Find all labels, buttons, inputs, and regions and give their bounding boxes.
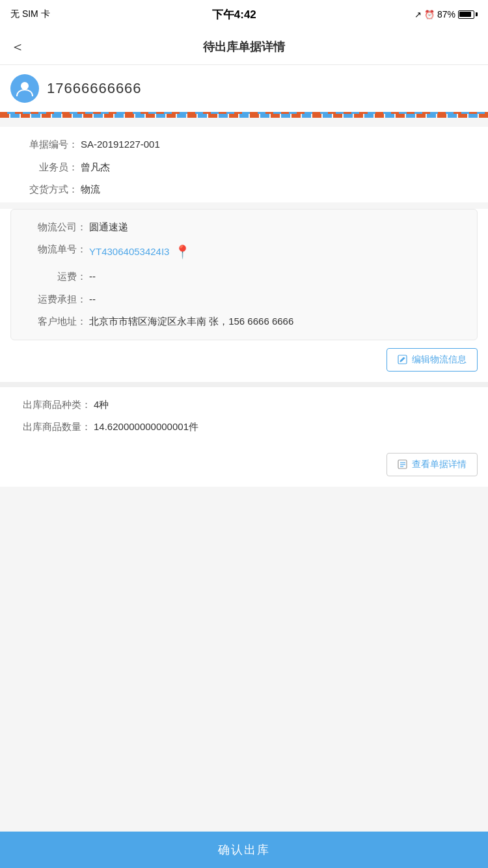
back-button[interactable]: ＜ — [5, 32, 30, 62]
battery-text: 87% — [437, 9, 455, 20]
view-details-button[interactable]: 查看单据详情 — [386, 453, 478, 476]
tracking-number-row: 物流单号： YT43064053424I3 📍 — [24, 242, 464, 262]
confirm-button[interactable]: 确认出库 — [0, 832, 488, 868]
salesman-row: 业务员： 曾凡杰 — [16, 160, 472, 175]
customer-avatar — [10, 74, 39, 103]
goods-types-value: 4种 — [94, 398, 472, 413]
freight-bearer-value: -- — [89, 292, 464, 307]
goods-quantity-row: 出库商品数量： 14.620000000000001件 — [16, 420, 472, 435]
status-time: 下午4:42 — [212, 7, 256, 22]
view-details-row: 查看单据详情 — [0, 445, 488, 487]
delivery-value: 物流 — [81, 182, 472, 197]
edit-icon — [398, 355, 408, 365]
battery-icon — [458, 10, 478, 19]
carrier-text: 无 SIM 卡 — [10, 8, 50, 20]
goods-types-label: 出库商品种类： — [16, 398, 94, 413]
delivery-row: 交货方式： 物流 — [16, 182, 472, 197]
freight-value: -- — [89, 269, 464, 284]
view-details-label: 查看单据详情 — [412, 459, 467, 470]
alarm-icon: ⏰ — [424, 10, 435, 20]
address-value: 北京市市辖区海淀区永丰南 张，156 6666 6666 — [89, 314, 464, 329]
status-right: ↗ ⏰ 87% — [414, 9, 478, 20]
goods-types-row: 出库商品种类： 4种 — [16, 398, 472, 413]
address-label: 客户地址： — [24, 314, 89, 329]
svg-point-0 — [21, 82, 29, 90]
freight-label: 运费： — [24, 269, 89, 284]
delivery-label: 交货方式： — [16, 182, 81, 197]
status-bar: 无 SIM 卡 下午4:42 ↗ ⏰ 87% — [0, 0, 488, 29]
list-icon — [398, 459, 408, 470]
gray-separator — [0, 382, 488, 387]
empty-area — [0, 487, 488, 617]
nav-bar: ＜ 待出库单据详情 — [0, 29, 488, 65]
status-left: 无 SIM 卡 — [10, 8, 54, 20]
logistics-company-row: 物流公司： 圆通速递 — [24, 220, 464, 235]
freight-row: 运费： -- — [24, 269, 464, 284]
customer-phone: 17666666666 — [47, 80, 142, 97]
tracking-value: YT43064053424I3 📍 — [89, 242, 464, 262]
edit-btn-row: 编辑物流信息 — [0, 340, 488, 382]
goods-quantity-label: 出库商品数量： — [16, 420, 94, 435]
confirm-btn-text: 确认出库 — [218, 842, 270, 858]
salesman-label: 业务员： — [16, 160, 81, 175]
dashed-divider — [0, 114, 488, 118]
location-icon: ↗ — [414, 10, 422, 20]
tracking-label: 物流单号： — [24, 242, 89, 257]
basic-info-section: 单据编号： SA-20191227-001 业务员： 曾凡杰 交货方式： 物流 — [0, 127, 488, 202]
nav-title: 待出库单据详情 — [203, 39, 285, 55]
location-pin-icon[interactable]: 📍 — [174, 242, 191, 262]
goods-quantity-value: 14.620000000000001件 — [94, 420, 472, 435]
salesman-value: 曾凡杰 — [81, 160, 472, 175]
logistics-company-value: 圆通速递 — [89, 220, 464, 235]
order-number-label: 单据编号： — [16, 137, 81, 152]
order-number-value: SA-20191227-001 — [81, 137, 472, 152]
logistics-wrapper: 物流公司： 圆通速递 物流单号： YT43064053424I3 📍 运费： -… — [0, 209, 488, 340]
edit-logistics-label: 编辑物流信息 — [412, 354, 467, 366]
customer-header: 17666666666 — [0, 65, 488, 114]
logistics-card: 物流公司： 圆通速递 物流单号： YT43064053424I3 📍 运费： -… — [10, 209, 478, 340]
freight-bearer-row: 运费承担： -- — [24, 292, 464, 307]
freight-bearer-label: 运费承担： — [24, 292, 89, 307]
address-row: 客户地址： 北京市市辖区海淀区永丰南 张，156 6666 6666 — [24, 314, 464, 329]
edit-logistics-button[interactable]: 编辑物流信息 — [386, 348, 478, 372]
goods-section: 出库商品种类： 4种 出库商品数量： 14.620000000000001件 — [0, 387, 488, 445]
order-number-row: 单据编号： SA-20191227-001 — [16, 137, 472, 152]
logistics-company-label: 物流公司： — [24, 220, 89, 235]
